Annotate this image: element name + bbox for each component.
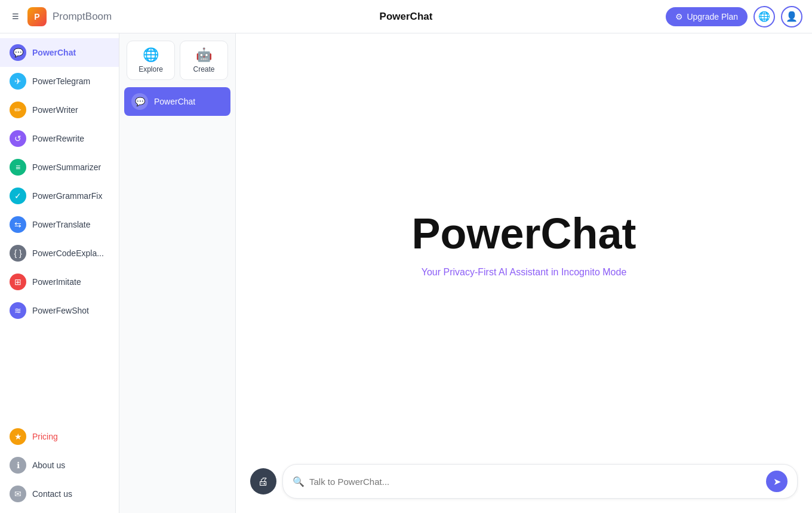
pricing-icon: ★ bbox=[10, 428, 26, 445]
menu-button[interactable]: ☰ bbox=[10, 10, 21, 23]
about-label: About us bbox=[32, 460, 65, 470]
chat-mode-icon: 🖨 bbox=[258, 475, 269, 488]
powerimitate-icon: ⊞ bbox=[10, 274, 26, 290]
powerwriter-label: PowerWriter bbox=[32, 105, 78, 115]
tab-explore[interactable]: 🌐 Explore bbox=[127, 41, 175, 80]
powergrammarfix-label: PowerGrammarFix bbox=[32, 191, 102, 201]
powertranslate-label: PowerTranslate bbox=[32, 220, 91, 229]
content-area: PowerChat Your Privacy-First AI Assistan… bbox=[236, 33, 812, 513]
powersummarizer-label: PowerSummarizer bbox=[32, 162, 101, 172]
contact-icon: ✉ bbox=[10, 486, 26, 502]
header-left: ☰ P PromptBoom bbox=[10, 7, 112, 26]
chat-bar: 🖨 🔍 ➤ bbox=[236, 454, 812, 513]
sidebar-item-powerwriter[interactable]: ✏ PowerWriter bbox=[0, 96, 119, 124]
sidebar-item-powercodeexplainer[interactable]: { } PowerCodeExpla... bbox=[0, 239, 119, 268]
sidebar-secondary-items: ★ Pricing ℹ About us ✉ Contact us bbox=[0, 422, 119, 508]
sidebar-item-powerchat[interactable]: 💬 PowerChat bbox=[0, 38, 119, 67]
sidebar-item-powerrewrite[interactable]: ↺ PowerRewrite bbox=[0, 124, 119, 153]
content-body: PowerChat Your Privacy-First AI Assistan… bbox=[236, 33, 812, 454]
sidebar-item-powerimitate[interactable]: ⊞ PowerImitate bbox=[0, 268, 119, 296]
powerwriter-icon: ✏ bbox=[10, 102, 26, 118]
header-title: PowerChat bbox=[380, 11, 433, 23]
panel-tabs: 🌐 Explore 🤖 Create bbox=[119, 33, 235, 80]
create-label: Create bbox=[193, 65, 214, 73]
chat-mode-button[interactable]: 🖨 bbox=[250, 468, 276, 494]
sidebar-item-powerfewshot[interactable]: ≋ PowerFewShot bbox=[0, 296, 119, 325]
sidebar-item-powertelegram[interactable]: ✈ PowerTelegram bbox=[0, 67, 119, 96]
user-button[interactable]: 👤 bbox=[781, 6, 802, 27]
powertelegram-label: PowerTelegram bbox=[32, 76, 90, 86]
explore-label: Explore bbox=[139, 65, 163, 73]
tab-create[interactable]: 🤖 Create bbox=[180, 41, 228, 80]
send-icon: ➤ bbox=[773, 476, 781, 487]
powerfewshot-icon: ≋ bbox=[10, 302, 26, 319]
chat-input[interactable] bbox=[309, 477, 761, 487]
powerrewrite-icon: ↺ bbox=[10, 130, 26, 147]
sidebar: 💬 PowerChat ✈ PowerTelegram ✏ PowerWrite… bbox=[0, 33, 119, 513]
chat-input-wrap: 🔍 ➤ bbox=[282, 464, 798, 499]
globe-button[interactable]: 🌐 bbox=[753, 6, 775, 27]
logo-icon: P bbox=[27, 7, 47, 26]
panel-items: 💬 PowerChat bbox=[119, 80, 235, 123]
powercodeexplainer-label: PowerCodeExpla... bbox=[32, 248, 104, 258]
explore-icon: 🌐 bbox=[143, 47, 159, 63]
pricing-label: Pricing bbox=[32, 432, 58, 441]
upgrade-button[interactable]: ⚙ Upgrade Plan bbox=[666, 7, 748, 26]
content-title: PowerChat bbox=[411, 210, 636, 257]
powertranslate-icon: ⇆ bbox=[10, 216, 26, 233]
powersummarizer-icon: ≡ bbox=[10, 159, 26, 176]
send-button[interactable]: ➤ bbox=[766, 471, 788, 492]
main-layout: 💬 PowerChat ✈ PowerTelegram ✏ PowerWrite… bbox=[0, 33, 812, 513]
powerrewrite-label: PowerRewrite bbox=[32, 134, 84, 143]
header: ☰ P PromptBoom PowerChat ⚙ Upgrade Plan … bbox=[0, 0, 812, 33]
contact-label: Contact us bbox=[32, 489, 72, 499]
panel-active-item[interactable]: 💬 PowerChat bbox=[124, 87, 230, 116]
panel-item-emoji: 💬 bbox=[135, 97, 145, 106]
powergrammarfix-icon: ✓ bbox=[10, 188, 26, 204]
sidebar-item-about[interactable]: ℹ About us bbox=[0, 451, 119, 480]
brand-name: PromptBoom bbox=[53, 11, 112, 23]
sidebar-main-items: 💬 PowerChat ✈ PowerTelegram ✏ PowerWrite… bbox=[0, 38, 119, 325]
upgrade-label: Upgrade Plan bbox=[687, 12, 738, 21]
powerchat-icon: 💬 bbox=[10, 44, 26, 61]
powerimitate-label: PowerImitate bbox=[32, 277, 81, 287]
upgrade-icon: ⚙ bbox=[675, 12, 683, 21]
search-icon: 🔍 bbox=[293, 476, 304, 487]
user-icon: 👤 bbox=[786, 11, 798, 22]
brand-prompt: Prompt bbox=[53, 11, 85, 22]
brand-boom: Boom bbox=[85, 11, 112, 22]
secondary-panel: 🌐 Explore 🤖 Create 💬 PowerChat bbox=[119, 33, 236, 513]
powerfewshot-label: PowerFewShot bbox=[32, 306, 89, 315]
sidebar-item-powersummarizer[interactable]: ≡ PowerSummarizer bbox=[0, 153, 119, 182]
sidebar-item-contact[interactable]: ✉ Contact us bbox=[0, 480, 119, 508]
panel-item-icon: 💬 bbox=[131, 93, 148, 110]
header-right: ⚙ Upgrade Plan 🌐 👤 bbox=[666, 6, 802, 27]
globe-icon: 🌐 bbox=[758, 11, 770, 22]
content-subtitle: Your Privacy-First AI Assistant in Incog… bbox=[422, 267, 627, 278]
create-icon: 🤖 bbox=[196, 47, 212, 63]
sidebar-item-powergrammarfix[interactable]: ✓ PowerGrammarFix bbox=[0, 182, 119, 210]
powertelegram-icon: ✈ bbox=[10, 73, 26, 90]
powerchat-label: PowerChat bbox=[32, 48, 76, 57]
sidebar-item-powertranslate[interactable]: ⇆ PowerTranslate bbox=[0, 210, 119, 239]
menu-icon: ☰ bbox=[12, 12, 19, 21]
about-icon: ℹ bbox=[10, 457, 26, 474]
panel-item-label: PowerChat bbox=[154, 97, 195, 106]
sidebar-item-pricing[interactable]: ★ Pricing bbox=[0, 422, 119, 451]
powercodeexplainer-icon: { } bbox=[10, 245, 26, 262]
